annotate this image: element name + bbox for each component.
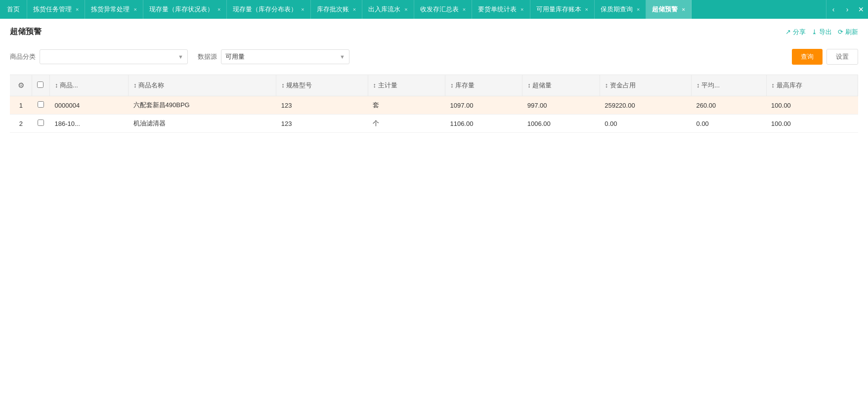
row-stock: 1106.00 bbox=[445, 115, 522, 133]
row-avg: 260.00 bbox=[692, 96, 767, 115]
row-capital: 0.00 bbox=[600, 115, 691, 133]
export-link[interactable]: ⤓ 导出 bbox=[812, 28, 832, 37]
row-name: 六配套新昌490BPG bbox=[129, 96, 276, 115]
nav-tab-可用量库存账本[interactable]: 可用量库存账本× bbox=[530, 0, 595, 19]
close-icon[interactable]: × bbox=[76, 6, 79, 12]
col-header-name[interactable]: ↕ 商品名称 bbox=[129, 75, 276, 96]
share-link[interactable]: ↗ 分享 bbox=[785, 28, 806, 37]
row-over: 997.00 bbox=[522, 96, 600, 115]
refresh-link[interactable]: ⟳ 刷新 bbox=[838, 28, 858, 37]
col-header-capital[interactable]: ↕ 资金占用 bbox=[600, 75, 691, 96]
close-icon[interactable]: × bbox=[682, 6, 685, 12]
gear-icon[interactable]: ⚙ bbox=[15, 79, 27, 91]
col-header-over[interactable]: ↕ 超储量 bbox=[522, 75, 600, 96]
close-icon[interactable]: × bbox=[521, 6, 523, 12]
datasource-select[interactable]: 可用量 ▼ bbox=[221, 49, 349, 64]
row-code: 0000004 bbox=[50, 96, 129, 115]
nav-tab-要货单统计表[interactable]: 要货单统计表× bbox=[472, 0, 530, 19]
nav-arrows: ‹ › ✕ bbox=[826, 0, 868, 19]
table-header-row: ⚙ ↕ 商品... ↕ 商品名称 ↕ 规格型号 ↕ 主计量 ↕ bbox=[10, 75, 858, 96]
close-icon[interactable]: × bbox=[301, 6, 304, 12]
datasource-select-value: 可用量 bbox=[225, 52, 245, 61]
share-icon: ↗ bbox=[785, 28, 791, 36]
nav-tab-现存量库存状况表[interactable]: 现存量（库存状况表）× bbox=[143, 0, 227, 19]
row-spec: 123 bbox=[276, 96, 368, 115]
nav-bar: 首页 拣货任务管理×拣货异常处理×现存量（库存状况表）×现存量（库存分布表）×库… bbox=[0, 0, 868, 19]
category-label: 商品分类 bbox=[10, 52, 36, 61]
row-name: 机油滤清器 bbox=[129, 115, 276, 133]
row-number: 2 bbox=[10, 115, 32, 133]
datasource-label: 数据源 bbox=[198, 52, 217, 61]
row-code: 186-10... bbox=[50, 115, 129, 133]
col-header-checkbox bbox=[32, 75, 50, 96]
row-checkbox[interactable] bbox=[38, 101, 44, 108]
export-icon: ⤓ bbox=[812, 28, 817, 36]
row-capital: 259220.00 bbox=[600, 96, 691, 115]
nav-tab-出入库流水[interactable]: 出入库流水× bbox=[362, 0, 414, 19]
category-select[interactable]: ▼ bbox=[40, 49, 188, 64]
col-header-spec[interactable]: ↕ 规格型号 bbox=[276, 75, 368, 96]
row-spec: 123 bbox=[276, 115, 368, 133]
close-icon[interactable]: × bbox=[637, 6, 640, 12]
category-filter-group: 商品分类 ▼ bbox=[10, 49, 188, 64]
category-chevron-icon: ▼ bbox=[178, 54, 183, 60]
row-number: 1 bbox=[10, 96, 32, 115]
page-header: 超储预警 ↗ 分享 ⤓ 导出 ⟳ 刷新 bbox=[10, 27, 858, 37]
row-max: 100.00 bbox=[766, 96, 858, 115]
row-checkbox-cell bbox=[32, 115, 50, 133]
nav-home[interactable]: 首页 bbox=[0, 0, 27, 19]
nav-close-button[interactable]: ✕ bbox=[854, 0, 868, 19]
table-row: 1 0000004 六配套新昌490BPG 123 套 1097.00 997.… bbox=[10, 96, 858, 115]
filter-actions: 查询 设置 bbox=[792, 49, 858, 65]
close-icon[interactable]: × bbox=[463, 6, 466, 12]
col-header-max[interactable]: ↕ 最高库存 bbox=[766, 75, 858, 96]
close-icon[interactable]: × bbox=[353, 6, 356, 12]
nav-tab-保质期查询[interactable]: 保质期查询× bbox=[595, 0, 646, 19]
nav-tab-超储预警[interactable]: 超储预警× bbox=[646, 0, 691, 19]
nav-prev-button[interactable]: ‹ bbox=[826, 0, 840, 19]
row-max: 100.00 bbox=[766, 115, 858, 133]
table-row: 2 186-10... 机油滤清器 123 个 1106.00 1006.00 … bbox=[10, 115, 858, 133]
row-stock: 1097.00 bbox=[445, 96, 522, 115]
settings-button[interactable]: 设置 bbox=[826, 49, 858, 65]
row-over: 1006.00 bbox=[522, 115, 600, 133]
row-avg: 0.00 bbox=[692, 115, 767, 133]
row-checkbox[interactable] bbox=[38, 119, 44, 126]
query-button[interactable]: 查询 bbox=[792, 49, 823, 65]
close-icon[interactable]: × bbox=[217, 6, 220, 12]
close-icon[interactable]: × bbox=[133, 6, 136, 12]
nav-tab-收发存汇总表[interactable]: 收发存汇总表× bbox=[414, 0, 472, 19]
nav-next-button[interactable]: › bbox=[840, 0, 854, 19]
col-header-code[interactable]: ↕ 商品... bbox=[50, 75, 129, 96]
nav-tab-拣货任务管理[interactable]: 拣货任务管理× bbox=[27, 0, 85, 19]
datasource-chevron-icon: ▼ bbox=[340, 54, 345, 60]
nav-tab-拣货异常处理[interactable]: 拣货异常处理× bbox=[85, 0, 143, 19]
col-header-gear: ⚙ bbox=[10, 75, 32, 96]
data-table: ⚙ ↕ 商品... ↕ 商品名称 ↕ 规格型号 ↕ 主计量 ↕ bbox=[10, 75, 858, 133]
row-checkbox-cell bbox=[32, 96, 50, 115]
col-header-stock[interactable]: ↕ 库存量 bbox=[445, 75, 522, 96]
row-unit: 个 bbox=[368, 115, 445, 133]
filter-bar: 商品分类 ▼ 数据源 可用量 ▼ 查询 设置 bbox=[10, 45, 858, 69]
close-icon[interactable]: × bbox=[585, 6, 588, 12]
page-title: 超储预警 bbox=[10, 27, 42, 37]
row-unit: 套 bbox=[368, 96, 445, 115]
close-icon[interactable]: × bbox=[404, 6, 407, 12]
nav-tab-现存量库存分布表[interactable]: 现存量（库存分布表）× bbox=[227, 0, 310, 19]
col-header-avg[interactable]: ↕ 平均... bbox=[692, 75, 767, 96]
select-all-checkbox[interactable] bbox=[37, 81, 43, 88]
nav-tab-库存批次账[interactable]: 库存批次账× bbox=[311, 0, 362, 19]
page-content: 超储预警 ↗ 分享 ⤓ 导出 ⟳ 刷新 商品分类 ▼ 数据源 bbox=[0, 19, 868, 395]
col-header-unit[interactable]: ↕ 主计量 bbox=[368, 75, 445, 96]
header-actions: ↗ 分享 ⤓ 导出 ⟳ 刷新 bbox=[785, 28, 858, 37]
refresh-icon: ⟳ bbox=[838, 28, 843, 36]
datasource-filter-group: 数据源 可用量 ▼ bbox=[198, 49, 349, 64]
